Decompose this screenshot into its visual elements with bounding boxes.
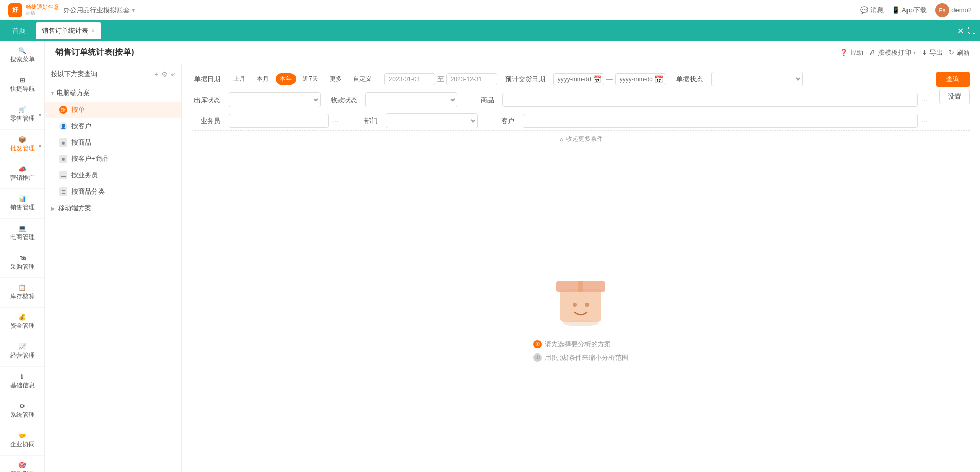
export-btn[interactable]: ⬇ 导出 (922, 48, 943, 57)
shortcut-last-month[interactable]: 上月 (229, 73, 250, 85)
sidebar-item-sales[interactable]: 📊 销售管理 (0, 189, 44, 219)
top-title-dropdown-icon[interactable]: ▾ (132, 6, 135, 14)
goods-dots-btn[interactable]: ··· (920, 96, 930, 104)
calendar-start-icon[interactable]: 📅 (593, 75, 601, 83)
sidebar-item-newbie[interactable]: 🎯 新手引导 (0, 456, 44, 472)
add-scheme-icon[interactable]: + (154, 70, 158, 78)
wholesale-expand-icon: ▴ (39, 141, 41, 147)
app-download-btn[interactable]: 📱 App下载 (892, 6, 927, 15)
scheme-item-by-customer-goods[interactable]: ■ 按客户+商品 (45, 151, 181, 167)
help-btn[interactable]: ❓ 帮助 (840, 48, 863, 57)
shortcut-custom[interactable]: 自定义 (349, 73, 376, 85)
sidebar-item-purchase[interactable]: 🛍 采购管理 (0, 248, 44, 278)
customer-label: 客户 (486, 116, 514, 126)
svg-rect-0 (560, 289, 601, 322)
tab-statistics[interactable]: 销售订单统计表 × (36, 22, 101, 39)
shortcut-more[interactable]: 更多 (325, 73, 347, 85)
top-bar-title: 办公用品行业模拟账套 ▾ (63, 6, 135, 15)
sidebar-item-operations[interactable]: 📈 经营管理 (0, 337, 44, 367)
ship-status-label: 出库状态 (192, 96, 220, 105)
customer-dots-btn[interactable]: ··· (920, 117, 930, 125)
ship-status-select[interactable] (229, 92, 321, 107)
calendar-end-icon[interactable]: 📅 (654, 75, 663, 83)
message-btn[interactable]: 💬 消息 (860, 6, 884, 15)
sidebar-item-search[interactable]: 🔍 搜索菜单 (0, 41, 44, 70)
scheme-item-by-customer[interactable]: 👤 按客户 (45, 118, 181, 134)
enterprise-collab-icon: 🤝 (4, 432, 40, 439)
page-actions: ❓ 帮助 🖨 按模板打印 ▾ ⬇ 导出 ↻ 刷新 (840, 48, 970, 63)
ecommerce-icon: 💻 (4, 225, 40, 232)
download-icon: 📱 (892, 6, 900, 14)
collapse-panel-icon[interactable]: « (171, 70, 175, 78)
order-status-select[interactable] (711, 72, 803, 86)
inventory-icon: 📋 (4, 284, 40, 291)
content-area: 销售订单统计表(按单) ❓ 帮助 🖨 按模板打印 ▾ ⬇ 导出 ↻ 刷新 (45, 41, 980, 472)
sidebar-item-finance[interactable]: 💰 资金管理 (0, 308, 44, 337)
top-bar-left: 好 畅捷通好生意 标版 办公用品行业模拟账套 ▾ (8, 3, 135, 17)
ship-status-select-wrapper (229, 92, 321, 107)
sidebar-item-retail[interactable]: 🛒 零售管理 ▾ (0, 100, 44, 130)
expected-delivery-range: 📅 — 📅 (553, 73, 666, 85)
salesperson-dots-btn[interactable]: ··· (331, 117, 341, 125)
scheme-group-mobile-title[interactable]: ▶ 移动端方案 (45, 200, 181, 217)
settings-button[interactable]: 设置 (939, 89, 970, 104)
filter-row-1: 单据日期 上月 本月 本年 近7天 更多 自定义 (192, 72, 930, 86)
department-select[interactable] (386, 113, 478, 128)
pc-group-expand-icon: ▾ (51, 90, 54, 96)
shortcut-7days[interactable]: 近7天 (298, 73, 323, 85)
date-shortcuts: 上月 本月 本年 近7天 更多 自定义 (229, 73, 376, 85)
export-icon: ⬇ (922, 49, 927, 56)
print-dropdown-icon: ▾ (913, 50, 916, 55)
sidebar-item-basic-info[interactable]: ℹ 基础信息 (0, 367, 44, 396)
collapse-btn[interactable]: ∧ 收起更多条件 (559, 135, 603, 144)
main-layout: 🔍 搜索菜单 ⊞ 快捷导航 🛒 零售管理 ▾ 📦 批发管理 ▴ 📣 营销推广 📊… (0, 41, 980, 472)
customer-input[interactable] (523, 114, 918, 128)
scheme-item-by-salesperson[interactable]: ▬ 按业务员 (45, 167, 181, 183)
top-bar-right: 💬 消息 📱 App下载 Ea demo2 (860, 3, 972, 17)
newbie-icon: 🎯 (4, 462, 40, 469)
shortcuts-icon: ⊞ (4, 77, 40, 84)
sidebar-item-system[interactable]: ⚙ 系统管理 (0, 396, 44, 426)
sidebar: 🔍 搜索菜单 ⊞ 快捷导航 🛒 零售管理 ▾ 📦 批发管理 ▴ 📣 营销推广 📊… (0, 41, 45, 472)
sidebar-item-inventory[interactable]: 📋 库存核算 (0, 278, 44, 308)
goods-input[interactable] (502, 93, 918, 107)
left-panel: 按以下方案查询 + ⚙ « ▾ 电脑端方案 按 按单 (45, 64, 182, 472)
refresh-btn[interactable]: ↻ 刷新 (949, 48, 970, 57)
sidebar-item-ecommerce[interactable]: 💻 电商管理 (0, 219, 44, 248)
tab-bar-actions: ✕ ⛶ (957, 26, 976, 36)
sidebar-item-wholesale[interactable]: 📦 批发管理 ▴ (0, 130, 44, 159)
user-avatar-area[interactable]: Ea demo2 (935, 3, 972, 17)
settings-scheme-icon[interactable]: ⚙ (161, 70, 168, 78)
retail-icon: 🛒 (4, 106, 40, 113)
date-start-input[interactable] (384, 73, 435, 85)
tab-close-icon[interactable]: × (91, 27, 95, 34)
scheme-group-pc-title[interactable]: ▾ 电脑端方案 (45, 84, 181, 102)
query-button[interactable]: 查询 (936, 72, 970, 87)
tab-home[interactable]: 首页 (4, 20, 34, 41)
shortcut-this-month[interactable]: 本月 (252, 73, 274, 85)
message-icon: 💬 (860, 6, 868, 14)
scheme-item-by-order[interactable]: 按 按单 (45, 102, 181, 118)
date-end-input[interactable] (446, 73, 497, 85)
tab-bar: 首页 销售订单统计表 × ✕ ⛶ (0, 20, 980, 41)
finance-icon: 💰 (4, 314, 40, 321)
filter-row-2: 出库状态 收款状态 (192, 92, 930, 107)
sidebar-item-shortcuts[interactable]: ⊞ 快捷导航 (0, 70, 44, 100)
expected-delivery-label: 预计交货日期 (505, 75, 545, 84)
scheme-item-by-category[interactable]: ☰ 按商品分类 (45, 183, 181, 200)
maximize-window-icon[interactable]: ⛶ (968, 26, 976, 35)
search-icon: 🔍 (4, 47, 40, 54)
salesperson-input[interactable] (229, 114, 329, 128)
shortcut-this-year[interactable]: 本年 (276, 73, 296, 85)
svg-rect-2 (578, 281, 583, 292)
close-window-icon[interactable]: ✕ (957, 26, 964, 36)
right-panel: 单据日期 上月 本月 本年 近7天 更多 自定义 (182, 64, 980, 472)
svg-point-5 (563, 320, 599, 326)
payment-status-label: 收款状态 (329, 96, 357, 105)
help-icon: ❓ (840, 49, 848, 56)
sidebar-item-enterprise-collab[interactable]: 🤝 企业协同 (0, 426, 44, 456)
scheme-item-by-goods[interactable]: ■ 按商品 (45, 134, 181, 151)
sidebar-item-marketing[interactable]: 📣 营销推广 (0, 159, 44, 189)
template-print-btn[interactable]: 🖨 按模板打印 ▾ (869, 48, 916, 57)
payment-status-select[interactable] (365, 92, 457, 107)
